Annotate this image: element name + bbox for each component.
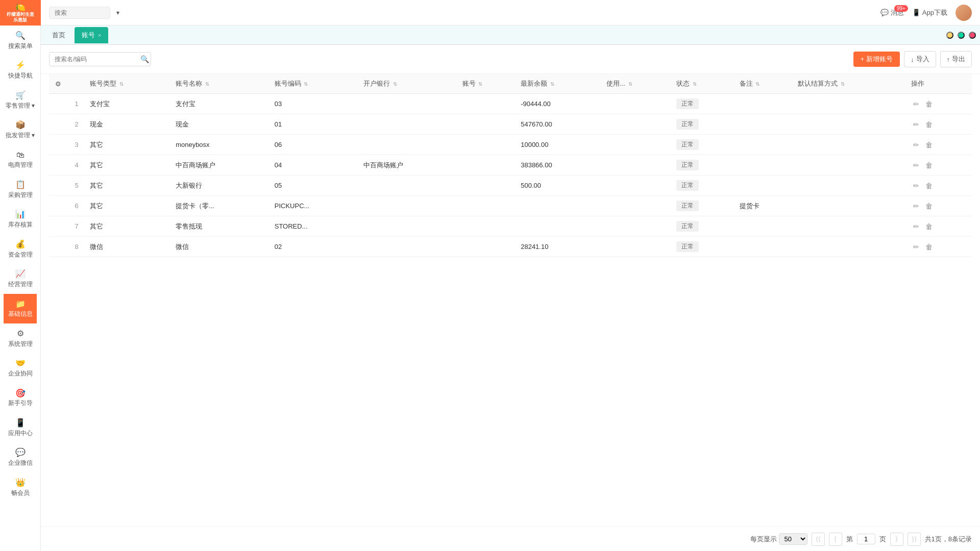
page-input[interactable] xyxy=(857,534,875,544)
delete-button-4[interactable]: 🗑 xyxy=(923,181,935,191)
cell-remark-6 xyxy=(736,216,794,237)
sidebar-item-4[interactable]: 🛍电商管理 xyxy=(4,145,37,174)
sidebar-item-14[interactable]: 💬企业微信 xyxy=(4,442,37,472)
sidebar-item-13[interactable]: 📱应用中心 xyxy=(4,413,37,442)
table-wrap: ⚙ 账号类型 ⇅ 账号名称 ⇅ 账号编码 ⇅ 开户银行 ⇅ 账号 ⇅ 最新余额 … xyxy=(41,74,980,527)
delete-button-3[interactable]: 🗑 xyxy=(923,160,935,170)
cell-status-2: 正常 xyxy=(672,135,736,155)
window-maximize-button[interactable] xyxy=(958,32,965,39)
import-icon: ↓ xyxy=(911,56,914,63)
th-account[interactable]: 账号 ⇅ xyxy=(458,74,517,94)
cell-name-7: 微信 xyxy=(172,237,271,257)
tab-1[interactable]: 账号× xyxy=(75,27,108,43)
first-page-button[interactable]: ⟨⟨ xyxy=(812,533,825,546)
next-page-button[interactable]: ⟩ xyxy=(890,533,903,546)
page-size-label: 每页显示 xyxy=(750,535,777,544)
delete-button-6[interactable]: 🗑 xyxy=(923,221,935,232)
sidebar-icon-13: 📱 xyxy=(6,418,35,429)
cell-type-0: 支付宝 xyxy=(86,94,172,114)
message-button[interactable]: 💬 消息 99+ xyxy=(880,8,904,17)
app-download-button[interactable]: 📱 App下载 xyxy=(912,8,947,17)
cell-account-4 xyxy=(458,176,517,196)
edit-button-3[interactable]: ✏ xyxy=(911,160,921,170)
edit-button-7[interactable]: ✏ xyxy=(911,242,921,252)
sidebar-item-15[interactable]: 👑畅会员 xyxy=(4,472,37,502)
sidebar-item-5[interactable]: 📋采购管理 xyxy=(4,174,37,204)
sidebar-item-3[interactable]: 📦批发管理 ▾ xyxy=(4,115,37,144)
sidebar-label-7: 资金管理 xyxy=(8,251,33,258)
delete-button-7[interactable]: 🗑 xyxy=(923,242,935,252)
user-avatar[interactable] xyxy=(955,5,972,21)
header-search-input[interactable] xyxy=(49,7,110,19)
th-default-payment[interactable]: 默认结算方式 ⇅ xyxy=(794,74,907,94)
th-type[interactable]: 账号类型 ⇅ xyxy=(86,74,172,94)
edit-button-2[interactable]: ✏ xyxy=(911,140,921,150)
edit-button-1[interactable]: ✏ xyxy=(911,119,921,130)
sidebar-item-12[interactable]: 🎯新手引导 xyxy=(4,383,37,413)
import-label: 导入 xyxy=(916,55,929,64)
window-minimize-button[interactable] xyxy=(946,32,953,39)
sidebar-item-2[interactable]: 🛒零售管理 ▾ xyxy=(4,85,37,115)
brand-logo: 🍋 柠檬通时生意 乐惠版 xyxy=(0,0,41,26)
prev-page-button[interactable]: ⟨ xyxy=(829,533,842,546)
edit-button-4[interactable]: ✏ xyxy=(911,181,921,191)
search-button[interactable]: 🔍 xyxy=(136,53,151,66)
edit-button-0[interactable]: ✏ xyxy=(911,99,921,109)
sidebar-item-8[interactable]: 📈经营管理 xyxy=(4,264,37,293)
cell-account-3 xyxy=(458,155,517,176)
table-row: 6 其它 提货卡（零... PICKUPC... 正常 提货卡 ✏ 🗑 xyxy=(49,196,972,216)
cell-usage-0 xyxy=(602,94,672,114)
cell-bank-1 xyxy=(359,114,458,135)
cell-checkbox-7 xyxy=(49,237,67,257)
sidebar-item-11[interactable]: 🤝企业协同 xyxy=(4,353,37,383)
cell-balance-4: 500.00 xyxy=(517,176,602,196)
header-right: 💬 消息 99+ 📱 App下载 xyxy=(880,5,972,21)
table-row: 7 其它 零售抵现 STORED... 正常 ✏ 🗑 xyxy=(49,216,972,237)
th-name[interactable]: 账号名称 ⇅ xyxy=(172,74,271,94)
header-dropdown[interactable]: ▾ xyxy=(116,9,119,16)
sidebar-label-9: 基础信息 xyxy=(8,310,33,317)
edit-button-5[interactable]: ✏ xyxy=(911,201,921,211)
sidebar-item-10[interactable]: ⚙系统管理 xyxy=(4,323,37,353)
tab-close-1[interactable]: × xyxy=(98,32,101,38)
th-bank[interactable]: 开户银行 ⇅ xyxy=(359,74,458,94)
cell-bank-2 xyxy=(359,135,458,155)
sidebar-item-9[interactable]: 📁基础信息 xyxy=(4,294,37,323)
cell-usage-6 xyxy=(602,216,672,237)
cell-default-payment-1 xyxy=(794,114,907,135)
sidebar-item-6[interactable]: 📊库存核算 xyxy=(4,204,37,234)
th-balance[interactable]: 最新余额 ⇅ xyxy=(517,74,602,94)
sidebar-item-1[interactable]: ⚡快捷导航 xyxy=(4,55,37,85)
last-page-button[interactable]: ⟩⟩ xyxy=(908,533,921,546)
sidebar-item-7[interactable]: 💰资金管理 xyxy=(4,234,37,264)
delete-button-1[interactable]: 🗑 xyxy=(923,119,935,130)
tab-0[interactable]: 首页 xyxy=(45,27,72,43)
th-settings[interactable]: ⚙ xyxy=(49,74,67,94)
delete-button-5[interactable]: 🗑 xyxy=(923,201,935,211)
delete-button-2[interactable]: 🗑 xyxy=(923,140,935,150)
sidebar-icon-2: 🛒 xyxy=(6,90,35,101)
th-code[interactable]: 账号编码 ⇅ xyxy=(271,74,359,94)
cell-name-4: 大新银行 xyxy=(172,176,271,196)
th-usage[interactable]: 使用... ⇅ xyxy=(602,74,672,94)
import-button[interactable]: ↓ 导入 xyxy=(904,51,936,67)
delete-button-0[interactable]: 🗑 xyxy=(923,99,935,109)
th-status[interactable]: 状态 ⇅ xyxy=(672,74,736,94)
cell-remark-5: 提货卡 xyxy=(736,196,794,216)
window-close-button[interactable] xyxy=(969,32,976,39)
th-action: 操作 xyxy=(907,74,972,94)
cell-status-6: 正常 xyxy=(672,216,736,237)
cell-account-5 xyxy=(458,196,517,216)
cell-type-6: 其它 xyxy=(86,216,172,237)
sidebar-label-0: 搜索菜单 xyxy=(8,42,33,49)
export-button[interactable]: ↑ 导出 xyxy=(940,51,972,67)
add-account-button[interactable]: + 新增账号 xyxy=(853,52,900,67)
page-size-select[interactable]: 50 100 200 xyxy=(779,533,807,545)
status-badge-0: 正常 xyxy=(676,98,699,109)
search-input[interactable] xyxy=(50,53,136,65)
cell-usage-2 xyxy=(602,135,672,155)
th-remark[interactable]: 备注 ⇅ xyxy=(736,74,794,94)
sidebar-item-0[interactable]: 🔍搜索菜单 xyxy=(4,26,37,55)
edit-button-6[interactable]: ✏ xyxy=(911,221,921,232)
cell-usage-1 xyxy=(602,114,672,135)
